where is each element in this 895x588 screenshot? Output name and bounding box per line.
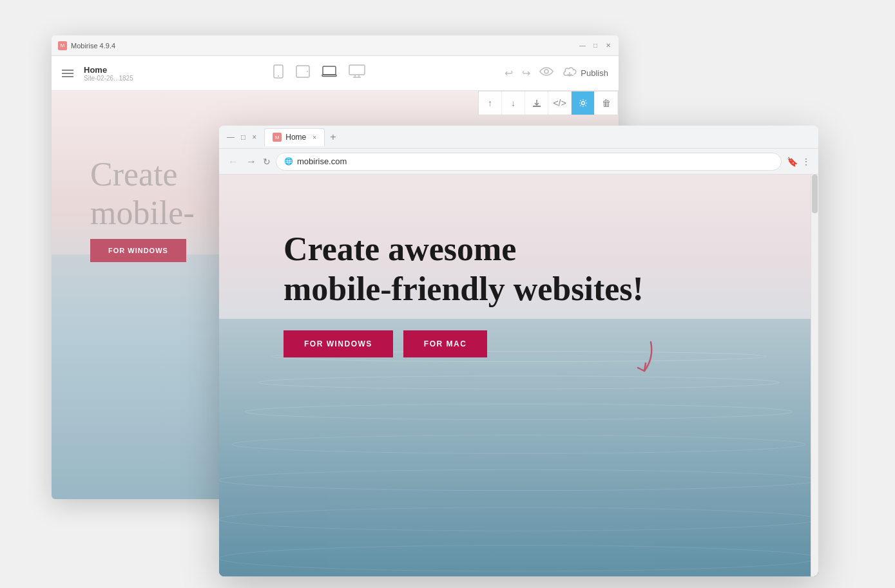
svg-rect-4 xyxy=(323,66,336,75)
publish-button[interactable]: Publish xyxy=(563,67,608,80)
laptop-device-icon[interactable] xyxy=(322,64,337,82)
back-button[interactable]: ← xyxy=(227,156,240,167)
page-title: Home xyxy=(84,65,133,75)
maximize-button[interactable]: □ xyxy=(592,42,599,50)
editor-windows-button[interactable]: FOR WINDOWS xyxy=(90,239,186,262)
browser-bar-actions: 🔖 ⋮ xyxy=(787,156,811,167)
browser-close-button[interactable]: × xyxy=(252,133,256,142)
tablet-device-icon[interactable] xyxy=(296,64,310,82)
windows-download-button[interactable]: FOR WINDOWS xyxy=(284,330,393,357)
browser-tabs: M Home × + xyxy=(264,128,811,146)
lock-icon: 🌐 xyxy=(284,157,293,166)
browser-tab-close-button[interactable]: × xyxy=(313,134,316,141)
browser-minimize-button[interactable]: — xyxy=(227,133,235,142)
block-save-button[interactable] xyxy=(525,91,548,115)
svg-rect-6 xyxy=(349,65,365,75)
block-settings-button[interactable] xyxy=(572,91,595,115)
mac-download-button[interactable]: FOR MAC xyxy=(403,330,488,357)
editor-titlebar: M Mobirise 4.9.4 — □ ✕ xyxy=(52,35,619,56)
svg-point-1 xyxy=(278,75,279,77)
browser-window: — □ × M Home × + ← → ↻ 🌐 mobirise.com 🔖 … xyxy=(219,126,818,576)
browser-addressbar: ← → ↻ 🌐 mobirise.com 🔖 ⋮ xyxy=(219,149,818,175)
publish-label: Publish xyxy=(581,68,608,78)
block-move-down-button[interactable]: ↓ xyxy=(502,91,525,115)
editor-hero-text: Create mobile- xyxy=(90,155,195,232)
app-title: Mobirise 4.9.4 xyxy=(71,42,115,50)
block-code-button[interactable]: </> xyxy=(548,91,572,115)
redo-button[interactable]: ↪ xyxy=(522,67,530,79)
hero-buttons: FOR WINDOWS FOR MAC xyxy=(284,330,767,357)
forward-button[interactable]: → xyxy=(245,156,258,167)
svg-rect-13 xyxy=(219,319,818,576)
url-bar[interactable]: 🌐 mobirise.com xyxy=(276,153,782,171)
browser-new-tab-button[interactable]: + xyxy=(330,131,336,143)
block-move-up-button[interactable]: ↑ xyxy=(479,91,502,115)
refresh-button[interactable]: ↻ xyxy=(263,156,271,167)
block-toolbar: ↑ ↓ </> 🗑 xyxy=(478,91,619,115)
editor-toolbar: Home Site-02-26...1825 xyxy=(52,56,619,91)
cloud-icon xyxy=(563,67,577,80)
browser-tab-title: Home xyxy=(285,133,306,142)
arrow-svg xyxy=(612,329,664,381)
window-controls: — □ ✕ xyxy=(579,42,612,50)
block-delete-button[interactable]: 🗑 xyxy=(595,91,618,115)
toolbar-actions: ↩ ↪ Publish xyxy=(505,66,608,80)
undo-button[interactable]: ↩ xyxy=(505,67,513,79)
browser-titlebar: — □ × M Home × + xyxy=(219,126,818,149)
hero-main-text: Create awesome mobile-friendly websites! xyxy=(284,229,767,310)
hero-text-container: Create awesome mobile-friendly websites!… xyxy=(284,229,767,357)
scrollbar-thumb[interactable] xyxy=(812,175,818,213)
arrow-decoration xyxy=(612,329,664,383)
svg-point-3 xyxy=(307,71,308,72)
url-text: mobirise.com xyxy=(297,156,347,166)
phone-device-icon[interactable] xyxy=(273,64,284,82)
water-area xyxy=(219,319,818,576)
svg-rect-5 xyxy=(322,75,336,77)
page-subtitle: Site-02-26...1825 xyxy=(84,75,133,82)
svg-point-10 xyxy=(544,70,548,73)
app-logo-icon: M xyxy=(58,41,67,50)
preview-button[interactable] xyxy=(539,66,553,80)
svg-point-12 xyxy=(581,102,584,105)
water-svg xyxy=(219,319,818,576)
browser-window-controls: — □ × xyxy=(227,133,256,142)
browser-content: Create awesome mobile-friendly websites!… xyxy=(219,175,818,576)
browser-scrollbar[interactable] xyxy=(811,175,818,576)
desktop-device-icon[interactable] xyxy=(349,64,365,82)
svg-rect-11 xyxy=(533,106,541,107)
device-selector xyxy=(273,64,365,82)
browser-tab-icon: M xyxy=(273,133,282,142)
minimize-button[interactable]: — xyxy=(579,42,586,50)
browser-maximize-button[interactable]: □ xyxy=(241,133,245,142)
page-info: Home Site-02-26...1825 xyxy=(84,65,133,82)
close-button[interactable]: ✕ xyxy=(604,42,612,50)
bookmark-icon[interactable]: 🔖 xyxy=(787,156,798,167)
browser-active-tab[interactable]: M Home × xyxy=(264,128,325,146)
menu-dots-icon[interactable]: ⋮ xyxy=(802,156,811,167)
menu-icon[interactable] xyxy=(62,70,73,77)
